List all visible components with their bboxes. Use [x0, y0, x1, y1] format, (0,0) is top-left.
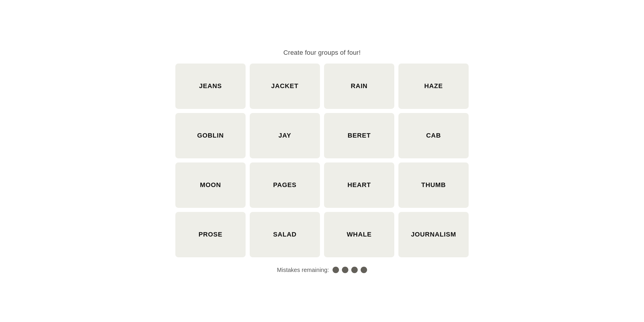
tile-moon[interactable]: MOON [175, 162, 246, 208]
tile-label-beret: BERET [348, 132, 371, 139]
tile-label-jacket: JACKET [271, 82, 298, 90]
mistakes-dots [333, 267, 367, 273]
tile-grid: JEANSJACKETRAINHAZEGOBLINJAYBERETCABMOON… [175, 64, 469, 257]
tile-label-salad: SALAD [273, 231, 297, 238]
tile-label-pages: PAGES [273, 181, 297, 189]
tile-rain[interactable]: RAIN [324, 64, 394, 109]
mistake-dot-4 [361, 267, 367, 273]
game-container: Create four groups of four! JEANSJACKETR… [161, 49, 483, 273]
tile-label-journalism: JOURNALISM [411, 231, 456, 238]
tile-jeans[interactable]: JEANS [175, 64, 246, 109]
tile-jay[interactable]: JAY [250, 113, 320, 158]
tile-label-rain: RAIN [351, 82, 367, 90]
mistake-dot-2 [342, 267, 348, 273]
subtitle: Create four groups of four! [283, 49, 361, 56]
mistake-dot-1 [333, 267, 339, 273]
tile-label-thumb: THUMB [421, 181, 446, 189]
mistakes-row: Mistakes remaining: [277, 267, 367, 273]
tile-label-jay: JAY [278, 132, 291, 139]
tile-cab[interactable]: CAB [398, 113, 469, 158]
tile-label-haze: HAZE [424, 82, 443, 90]
tile-journalism[interactable]: JOURNALISM [398, 212, 469, 257]
tile-thumb[interactable]: THUMB [398, 162, 469, 208]
tile-pages[interactable]: PAGES [250, 162, 320, 208]
tile-heart[interactable]: HEART [324, 162, 394, 208]
tile-prose[interactable]: PROSE [175, 212, 246, 257]
tile-goblin[interactable]: GOBLIN [175, 113, 246, 158]
tile-label-jeans: JEANS [199, 82, 222, 90]
tile-salad[interactable]: SALAD [250, 212, 320, 257]
tile-label-heart: HEART [347, 181, 371, 189]
tile-label-cab: CAB [426, 132, 441, 139]
tile-label-goblin: GOBLIN [197, 132, 224, 139]
tile-label-moon: MOON [200, 181, 221, 189]
mistake-dot-3 [351, 267, 358, 273]
tile-label-prose: PROSE [198, 231, 222, 238]
tile-jacket[interactable]: JACKET [250, 64, 320, 109]
tile-whale[interactable]: WHALE [324, 212, 394, 257]
tile-beret[interactable]: BERET [324, 113, 394, 158]
mistakes-label: Mistakes remaining: [277, 267, 329, 273]
tile-haze[interactable]: HAZE [398, 64, 469, 109]
tile-label-whale: WHALE [347, 231, 371, 238]
